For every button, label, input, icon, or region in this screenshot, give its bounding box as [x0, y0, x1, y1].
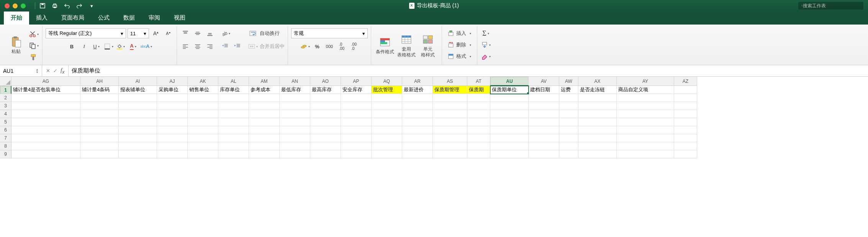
- fill-color-button[interactable]: [116, 41, 126, 51]
- cell-AL4[interactable]: [218, 110, 249, 118]
- cell-AU8[interactable]: [490, 142, 529, 150]
- cell-AI3[interactable]: [119, 102, 157, 110]
- cell-AR7[interactable]: [402, 134, 433, 142]
- cell-AH9[interactable]: [80, 150, 119, 158]
- qat-customize[interactable]: ▾: [87, 2, 97, 10]
- cell-AS6[interactable]: [433, 126, 467, 134]
- cell-AW2[interactable]: [559, 94, 578, 102]
- col-header-AI[interactable]: AI: [119, 77, 157, 86]
- cell-AO2[interactable]: [310, 94, 341, 102]
- cell-AW5[interactable]: [559, 118, 578, 126]
- cell-AJ5[interactable]: [157, 118, 188, 126]
- cell-AX1[interactable]: 是否走冻链: [578, 86, 617, 94]
- align-top-button[interactable]: [180, 28, 191, 38]
- col-header-AJ[interactable]: AJ: [157, 77, 188, 86]
- col-header-AR[interactable]: AR: [402, 77, 433, 86]
- cell-AT9[interactable]: [467, 150, 490, 158]
- cell-AL6[interactable]: [218, 126, 249, 134]
- cell-AQ6[interactable]: [372, 126, 402, 134]
- row-header-5[interactable]: 5: [0, 118, 11, 126]
- cell-AP2[interactable]: [341, 94, 372, 102]
- col-header-AN[interactable]: AN: [280, 77, 310, 86]
- cell-AU7[interactable]: [490, 134, 529, 142]
- cell-AI7[interactable]: [119, 134, 157, 142]
- cell-AQ5[interactable]: [372, 118, 402, 126]
- cell-AR4[interactable]: [402, 110, 433, 118]
- col-header-AO[interactable]: AO: [310, 77, 341, 86]
- cell-AS1[interactable]: 保质期管理: [433, 86, 467, 94]
- col-header-AV[interactable]: AV: [529, 77, 559, 86]
- cell-AJ9[interactable]: [157, 150, 188, 158]
- underline-button[interactable]: U: [91, 41, 102, 51]
- cell-AR8[interactable]: [402, 142, 433, 150]
- cell-AI9[interactable]: [119, 150, 157, 158]
- cell-AZ3[interactable]: [674, 102, 697, 110]
- cell-AY7[interactable]: [617, 134, 674, 142]
- cell-AT3[interactable]: [467, 102, 490, 110]
- cell-AJ6[interactable]: [157, 126, 188, 134]
- cell-AO4[interactable]: [310, 110, 341, 118]
- cell-AV2[interactable]: [529, 94, 559, 102]
- cell-AI4[interactable]: [119, 110, 157, 118]
- cut-button[interactable]: [28, 29, 39, 39]
- cell-AN2[interactable]: [280, 94, 310, 102]
- cell-AP5[interactable]: [341, 118, 372, 126]
- cell-AJ3[interactable]: [157, 102, 188, 110]
- cell-AP9[interactable]: [341, 150, 372, 158]
- cell-AG6[interactable]: [11, 126, 80, 134]
- font-name-select[interactable]: 等线 Regular (正文)▾: [46, 28, 126, 38]
- cell-AT2[interactable]: [467, 94, 490, 102]
- increase-indent-button[interactable]: [232, 41, 243, 51]
- col-header-AP[interactable]: AP: [341, 77, 372, 86]
- cell-AR3[interactable]: [402, 102, 433, 110]
- cell-AG9[interactable]: [11, 150, 80, 158]
- cell-AK9[interactable]: [188, 150, 218, 158]
- cell-AN3[interactable]: [280, 102, 310, 110]
- comma-button[interactable]: 000: [324, 41, 335, 51]
- cell-AZ4[interactable]: [674, 110, 697, 118]
- row-header-2[interactable]: 2: [0, 94, 11, 102]
- row-header-3[interactable]: 3: [0, 102, 11, 110]
- tab-数据[interactable]: 数据: [116, 11, 142, 25]
- currency-button[interactable]: [300, 41, 310, 51]
- cell-AX5[interactable]: [578, 118, 617, 126]
- col-header-AY[interactable]: AY: [617, 77, 674, 86]
- cell-styles-button[interactable]: 单元 格样式: [417, 28, 439, 64]
- cell-AG2[interactable]: [11, 94, 80, 102]
- cell-AR1[interactable]: 最新进价: [402, 86, 433, 94]
- cell-AN9[interactable]: [280, 150, 310, 158]
- cell-AY1[interactable]: 商品自定义项: [617, 86, 674, 94]
- cell-AO7[interactable]: [310, 134, 341, 142]
- search-box[interactable]: [798, 2, 863, 10]
- align-center-button[interactable]: [192, 41, 203, 51]
- table-format-button[interactable]: 套用 表格格式: [396, 28, 417, 64]
- cell-AO1[interactable]: 最高库存: [310, 86, 341, 94]
- maximize-window[interactable]: [21, 3, 26, 8]
- cell-AV1[interactable]: 建档日期: [529, 86, 559, 94]
- cell-AJ8[interactable]: [157, 142, 188, 150]
- cell-AM5[interactable]: [249, 118, 280, 126]
- cell-AL5[interactable]: [218, 118, 249, 126]
- cell-AP1[interactable]: 安全库存: [341, 86, 372, 94]
- enter-formula-icon[interactable]: ✓: [53, 68, 57, 74]
- border-button[interactable]: [103, 41, 114, 51]
- cell-AZ9[interactable]: [674, 150, 697, 158]
- save-icon[interactable]: [38, 2, 47, 10]
- cell-AR2[interactable]: [402, 94, 433, 102]
- cell-AI6[interactable]: [119, 126, 157, 134]
- cell-AQ9[interactable]: [372, 150, 402, 158]
- col-header-AW[interactable]: AW: [559, 77, 578, 86]
- align-right-button[interactable]: [205, 41, 215, 51]
- cell-AG4[interactable]: [11, 110, 80, 118]
- cell-AJ1[interactable]: 采购单位: [157, 86, 188, 94]
- cell-AS9[interactable]: [433, 150, 467, 158]
- cell-AS8[interactable]: [433, 142, 467, 150]
- cell-AX2[interactable]: [578, 94, 617, 102]
- cell-AT1[interactable]: 保质期: [467, 86, 490, 94]
- cell-AW6[interactable]: [559, 126, 578, 134]
- cell-AI8[interactable]: [119, 142, 157, 150]
- cell-AK4[interactable]: [188, 110, 218, 118]
- cell-AJ2[interactable]: [157, 94, 188, 102]
- cell-AS3[interactable]: [433, 102, 467, 110]
- cell-AL2[interactable]: [218, 94, 249, 102]
